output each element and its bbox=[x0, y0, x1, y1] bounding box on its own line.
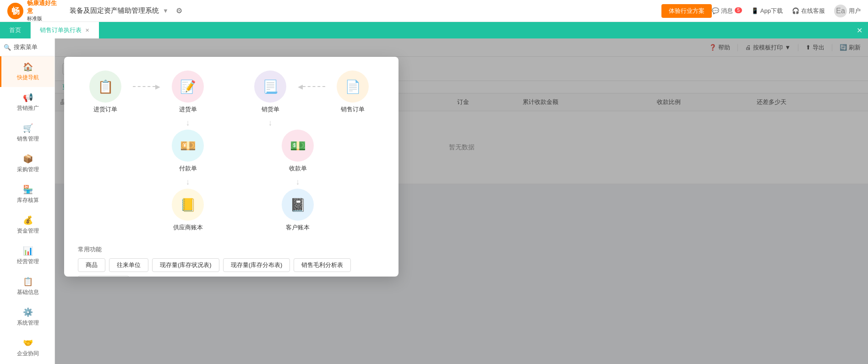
system-title-text: 装备及固定资产辅助管理系统 bbox=[70, 6, 159, 15]
func-btn-stock-dist[interactable]: 现存量(库存分布表) bbox=[223, 258, 290, 272]
sidebar-item-quick-nav[interactable]: 🏠 快捷导航 bbox=[0, 56, 55, 87]
flow-diagram: 📋 进货订单 ▶ 📝 进货单 bbox=[78, 71, 385, 236]
func-btn-sales-profit[interactable]: 销售毛利分析表 bbox=[294, 258, 351, 272]
close-all-tabs-btn[interactable]: ✕ bbox=[851, 22, 868, 38]
arrow-sales-order-to-bill: ▶ bbox=[298, 83, 325, 101]
flow-row-1: 📋 进货订单 ▶ 📝 进货单 bbox=[78, 71, 385, 114]
sidebar-item-system[interactable]: ⚙️ 系统管理 bbox=[0, 302, 55, 332]
operations-icon: 📊 bbox=[23, 246, 33, 256]
top-header: 畅 畅康通好生意 标准版 装备及固定资产辅助管理系统 ▼ ⚙ 体验行业方案 💬 … bbox=[0, 0, 868, 22]
arrow-purchase-order-to-bill: ▶ bbox=[133, 83, 160, 101]
sidebar-item-inventory[interactable]: 🏪 库存核算 bbox=[0, 179, 55, 210]
flow-node-sales-order[interactable]: 📄 销售订单 bbox=[325, 71, 380, 114]
experience-btn[interactable]: 体验行业方案 bbox=[661, 4, 712, 18]
system-title: 装备及固定资产辅助管理系统 ▼ ⚙ bbox=[70, 6, 654, 15]
purchase-order-icon: 📋 bbox=[89, 71, 121, 103]
basic-info-icon: 📋 bbox=[23, 277, 33, 287]
func-btn-product[interactable]: 商品 bbox=[78, 258, 105, 272]
user-avatar: Ea bbox=[834, 5, 847, 17]
message-badge: 5 bbox=[735, 7, 742, 13]
tab-home[interactable]: 首页 bbox=[0, 22, 31, 38]
payment-bill-icon: 💴 bbox=[172, 130, 204, 162]
modal-overlay[interactable]: 📋 进货订单 ▶ 📝 进货单 bbox=[55, 38, 868, 364]
inventory-icon: 🏪 bbox=[23, 185, 33, 195]
func-btn-product-profit[interactable]: 商品毛利分析 bbox=[78, 276, 129, 277]
flow-node-supplier-ledger[interactable]: 📒 供应商账本 bbox=[160, 189, 215, 232]
user-menu-btn[interactable]: Ea 用户 bbox=[834, 5, 861, 17]
online-service-btn[interactable]: 🎧 在线客服 bbox=[792, 7, 825, 15]
home-icon: 🏠 bbox=[23, 62, 33, 72]
purchase-bill-icon: 📝 bbox=[172, 71, 204, 103]
logo-area: 畅 畅康通好生意 标准版 bbox=[7, 0, 62, 22]
customer-ledger-icon: 📓 bbox=[282, 189, 314, 221]
enterprise-icon: 🤝 bbox=[23, 338, 33, 348]
flow-node-purchase-order[interactable]: 📋 进货订单 bbox=[78, 71, 133, 114]
sales-bill-icon: 📃 bbox=[254, 71, 286, 103]
flow-row-3: 📒 供应商账本 📓 客户账本 bbox=[78, 189, 385, 232]
flow-node-customer-ledger[interactable]: 📓 客户账本 bbox=[270, 189, 325, 232]
flow-node-receipt-bill[interactable]: 💵 收款单 bbox=[270, 130, 325, 173]
sidebar-item-finance[interactable]: 💰 资金管理 bbox=[0, 210, 55, 240]
func-btn-partner[interactable]: 往来单位 bbox=[109, 258, 148, 272]
flow-node-sales-bill[interactable]: 📃 销货单 bbox=[243, 71, 298, 114]
app-icon: 📱 bbox=[751, 7, 759, 14]
tab-sales-order[interactable]: 销售订单执行表 ✕ bbox=[31, 22, 99, 38]
sidebar-item-purchase[interactable]: 📦 采购管理 bbox=[0, 148, 55, 179]
app-download-btn[interactable]: 📱 App下载 bbox=[751, 7, 783, 15]
service-icon: 🎧 bbox=[792, 7, 799, 14]
tab-close-icon[interactable]: ✕ bbox=[85, 27, 89, 33]
dropdown-arrow-icon[interactable]: ▼ bbox=[163, 7, 169, 14]
common-functions-title: 常用功能 bbox=[78, 245, 385, 254]
common-functions: 常用功能 商品 往来单位 现存量(库存状况表) 现存量(库存分布表) 销售毛利分… bbox=[78, 245, 385, 277]
flow-node-payment-bill[interactable]: 💴 付款单 bbox=[160, 130, 215, 173]
flow-node-purchase-bill[interactable]: 📝 进货单 bbox=[160, 71, 215, 114]
main-layout: 🔍 搜索菜单 🏠 快捷导航 📢 营销推广 🛒 销售管理 📦 采购管理 🏪 库存核… bbox=[0, 38, 868, 364]
logo-icon: 畅 bbox=[7, 3, 23, 19]
sidebar-item-sales[interactable]: 🛒 销售管理 bbox=[0, 118, 55, 148]
func-btn-stock-status[interactable]: 现存量(库存状况表) bbox=[152, 258, 219, 272]
header-right: 💬 消息 5 📱 App下载 🎧 在线客服 Ea 用户 bbox=[712, 5, 861, 17]
sales-order-icon: 📄 bbox=[337, 71, 369, 103]
gear-icon[interactable]: ⚙ bbox=[176, 6, 182, 15]
nav-tabs: 首页 销售订单执行表 ✕ ✕ bbox=[0, 22, 868, 38]
content-area: ❓ 帮助 🖨 按模板打印 ▼ ⬆ 导出 🔄 刷新 📅 bbox=[55, 38, 868, 364]
receipt-bill-icon: 💵 bbox=[282, 130, 314, 162]
modal-box: 📋 进货订单 ▶ 📝 进货单 bbox=[64, 57, 399, 277]
marketing-icon: 📢 bbox=[23, 92, 33, 103]
supplier-ledger-icon: 📒 bbox=[172, 189, 204, 221]
sidebar-item-basic-info[interactable]: 📋 基础信息 bbox=[0, 271, 55, 302]
func-buttons-row-1: 商品 往来单位 现存量(库存状况表) 现存量(库存分布表) 销售毛利分析表 商品… bbox=[78, 258, 385, 277]
purchase-icon: 📦 bbox=[23, 154, 33, 164]
sidebar: 🔍 搜索菜单 🏠 快捷导航 📢 营销推广 🛒 销售管理 📦 采购管理 🏪 库存核… bbox=[0, 38, 55, 364]
sidebar-item-operations[interactable]: 📊 经营管理 bbox=[0, 240, 55, 271]
sidebar-item-enterprise[interactable]: 🤝 企业协同 bbox=[0, 332, 55, 363]
message-btn[interactable]: 💬 消息 5 bbox=[712, 7, 742, 15]
system-icon: ⚙️ bbox=[23, 307, 33, 317]
finance-icon: 💰 bbox=[23, 215, 33, 225]
logo-text: 畅康通好生意 标准版 bbox=[27, 0, 62, 22]
flow-row-2: 💴 付款单 💵 收款单 bbox=[78, 130, 385, 173]
sales-icon: 🛒 bbox=[23, 123, 33, 133]
down-arrows-row: ↓ ↓ bbox=[78, 118, 385, 128]
sidebar-item-marketing[interactable]: 📢 营销推广 bbox=[0, 87, 55, 118]
search-icon: 🔍 bbox=[4, 44, 11, 51]
message-icon: 💬 bbox=[712, 7, 719, 14]
search-menu-btn[interactable]: 🔍 搜索菜单 bbox=[0, 38, 55, 56]
down-arrows-row-2: ↓ ↓ bbox=[78, 177, 385, 187]
